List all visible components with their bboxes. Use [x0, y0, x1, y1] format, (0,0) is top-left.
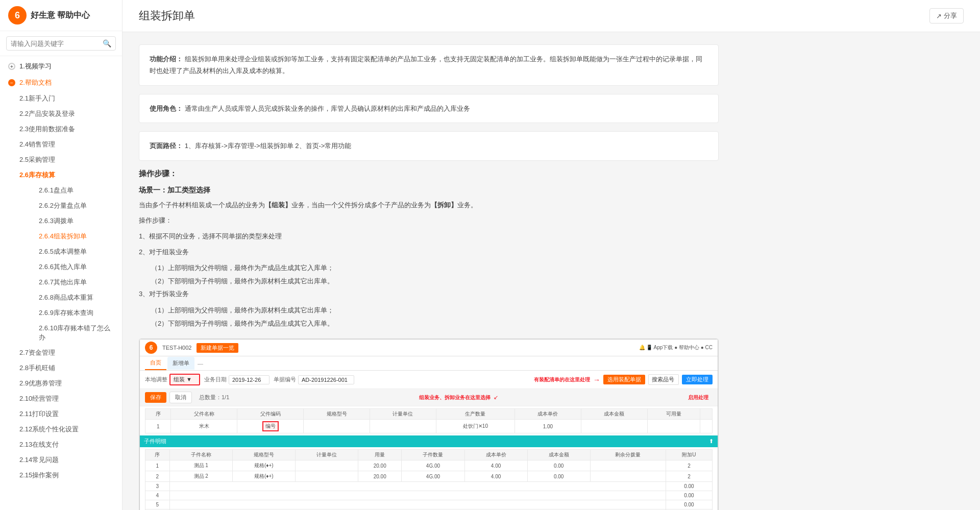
- col-l-remain: 剩余分拨量: [590, 450, 666, 460]
- table-row: 5 0.00: [145, 500, 713, 509]
- role-block: 使用角色： 通常由生产人员或库管人员完成拆装业务的操作，库管人员确认原材料的出库…: [139, 94, 719, 123]
- col-unit: 计量单位: [370, 409, 436, 420]
- app-logo: 6: [145, 342, 157, 354]
- sidebar-item-cost-calc[interactable]: 2.6.8商品成本重算: [39, 290, 122, 305]
- annotation-top-right: 有装配清单的在这里处理: [534, 376, 590, 383]
- confirm-btn[interactable]: 立即处理: [682, 375, 713, 384]
- step2-sub2: （2）下部明细为子件明细，最终作为原材料生成其它出库单。: [151, 275, 719, 288]
- l-cell-ucost: 4.00: [464, 460, 527, 471]
- type-select[interactable]: 组装 ▼: [169, 374, 200, 385]
- l-cell-spec: 规格(♦+): [232, 460, 295, 471]
- l-cell-usage2: 20.00: [358, 471, 401, 482]
- sidebar-item-ops[interactable]: 2.10经营管理: [19, 391, 122, 406]
- path-label: 页面路径：: [150, 142, 183, 150]
- table-row: 3 0.00: [145, 482, 713, 491]
- share-button[interactable]: ↗ 分享: [929, 8, 964, 23]
- scene1-desc: 当由多个子件材料组装成一个成品的业务为【组装】业务，当由一个父件拆分成多个子产品…: [139, 199, 719, 212]
- table-row: 1 米木 编号 处饮门✕10 1.00: [145, 420, 713, 433]
- arrow-right-icon: →: [593, 376, 600, 384]
- l-cell-empty5: [169, 500, 666, 509]
- sidebar-item-cases[interactable]: 2.15操作案例: [19, 468, 122, 483]
- sidebar-item-sales[interactable]: 2.4销售管理: [19, 137, 122, 152]
- sidebar-item-data-prep[interactable]: 2.3使用前数据准备: [19, 122, 122, 137]
- tab-home[interactable]: 自页: [145, 356, 166, 370]
- l-cell-empty3: [169, 482, 666, 491]
- app-new-btn[interactable]: 新建单据一览: [197, 343, 238, 353]
- sidebar-item-stock-check[interactable]: 2.6.9库存账本查询: [39, 305, 122, 321]
- form-row: 本地调整 组装 ▼ 业务日期 2019-12-26 单据编号 AD-201912…: [145, 374, 713, 385]
- sidebar-item-faq[interactable]: 2.14常见问题: [19, 452, 122, 468]
- step3: 3、对于拆装业务: [139, 288, 719, 301]
- cell-parent-code: 编号: [237, 420, 304, 433]
- docs-subnav: 2.1新手入门 2.2产品安装及登录 2.3使用前数据准备 2.4销售管理 2.…: [0, 91, 122, 483]
- sidebar-item-mobile[interactable]: 2.8手机旺铺: [19, 360, 122, 376]
- sidebar-item-online-pay[interactable]: 2.13在线支付: [19, 437, 122, 452]
- cell-avail: [647, 420, 700, 433]
- steps-intro: 操作步骤：: [139, 214, 719, 227]
- l-cell-spec2: 规格(♦+): [232, 471, 295, 482]
- sidebar-item-custom[interactable]: 2.12系统个性化设置: [19, 422, 122, 437]
- col-l-qty: 子件数量: [402, 450, 464, 460]
- sidebar-item-other-in[interactable]: 2.6.6其他入库单: [39, 259, 122, 275]
- lower-table-body: 1 测品 1 规格(♦+) 20.00 4G.00 4.00 0.00: [145, 460, 713, 511]
- sidebar-item-adjust[interactable]: 2.6.3调拨单: [39, 213, 122, 229]
- l-cell-action3: 0.00: [666, 482, 712, 491]
- sidebar-item-newcomer[interactable]: 2.1新手入门: [19, 91, 122, 106]
- tab-new[interactable]: 新增单: [167, 357, 194, 370]
- save-btn[interactable]: 保存: [145, 392, 166, 403]
- teal-divider: 子件明细 ⬆: [140, 435, 718, 447]
- l-cell-usage: 20.00: [358, 460, 401, 471]
- search-wrap[interactable]: 🔍: [6, 36, 116, 51]
- share-icon: ↗: [936, 12, 942, 20]
- app-title: TEST-H002: [162, 345, 191, 351]
- date-input[interactable]: 2019-12-26: [229, 375, 270, 384]
- sidebar-item-install[interactable]: 2.2产品安装及登录: [19, 106, 122, 122]
- sidebar-item-inventory[interactable]: 2.6库存核算: [19, 167, 122, 183]
- sidebar: 6 好生意 帮助中心 🔍 + 1.视频学习 − 2.帮助文档 2.1新手入门 2…: [0, 0, 122, 510]
- step3-subs: （1）上部明细为父件明细，最终作为原材料生成其它出库单； （2）下部明细为子件明…: [139, 304, 719, 330]
- sidebar-item-finance[interactable]: 2.7资金管理: [19, 345, 122, 360]
- cancel-btn[interactable]: 取消: [169, 392, 192, 403]
- sidebar-item-account-err[interactable]: 2.6.10库存账本错了怎么办: [39, 321, 122, 345]
- search-icon[interactable]: 🔍: [103, 39, 111, 47]
- cell-parent-name: 米木: [171, 420, 237, 433]
- app-menu-tabs: 自页 新增单 —: [140, 356, 718, 371]
- app-icons: 🔔 📱 App下载 ● 帮助中心 ● CC: [639, 344, 713, 351]
- col-l-unit: 计量单位: [295, 450, 358, 460]
- sidebar-item-purchase[interactable]: 2.5采购管理: [19, 152, 122, 167]
- upper-table-section: 序 父件名称 父件编码 规格型号 计量单位 生产数量 成本单价 成本金额 可用量: [140, 406, 718, 435]
- sidebar-item-assembly[interactable]: 2.6.4组装拆卸单: [39, 229, 122, 244]
- l-cell-name2: 测品 2: [169, 471, 232, 482]
- sidebar-item-videos[interactable]: + 1.视频学习: [0, 58, 122, 75]
- l-cell-empty4: [169, 491, 666, 500]
- cell-seq: 1: [145, 420, 171, 433]
- sidebar-item-other-out[interactable]: 2.6.7其他出库单: [39, 275, 122, 290]
- sidebar-item-docs[interactable]: − 2.帮助文档: [0, 75, 122, 91]
- intro-text: 组装拆卸单用来处理企业组装或拆卸等加工业务，支持有固定装配清单的产品加工业务，也…: [150, 55, 702, 75]
- type-label: 本地调整: [145, 376, 167, 383]
- order-no-input[interactable]: AD-20191226-001: [298, 375, 354, 384]
- table-row: 2 测品 2 规格(♦+) 20.00 4G.00 4.00 0.00: [145, 471, 713, 482]
- search-field[interactable]: 搜索品号: [648, 374, 679, 385]
- col-l-cost-amt: 成本金额: [527, 450, 590, 460]
- sidebar-item-print[interactable]: 2.11打印设置: [19, 406, 122, 422]
- teal-divider-text: 子件明细: [144, 438, 166, 445]
- col-l-unit-cost: 成本单价: [464, 450, 527, 460]
- upper-table-head: 序 父件名称 父件编码 规格型号 计量单位 生产数量 成本单价 成本金额 可用量: [145, 409, 713, 420]
- expand-icon-videos: +: [8, 63, 15, 70]
- col-parent-name: 父件名称: [171, 409, 237, 420]
- l-cell-qty: 4G.00: [402, 460, 464, 471]
- col-actions: [700, 409, 713, 420]
- toolbar-row: 保存 取消 总数量：1/1 组装业务、拆卸业务在这里选择 ↙ 启用处理: [140, 389, 718, 406]
- step1: 1、根据不同的业务，选择不同单据的类型来处理: [139, 230, 719, 243]
- sidebar-item-cost-adjust[interactable]: 2.6.5成本调整单: [39, 244, 122, 259]
- expand-icon-docs: −: [8, 79, 15, 86]
- code-input[interactable]: 编号: [262, 421, 279, 431]
- search-input[interactable]: [11, 40, 103, 47]
- sidebar-item-partial-stocktake[interactable]: 2.6.2分量盘点单: [39, 198, 122, 213]
- sidebar-item-coupon[interactable]: 2.9优惠券管理: [19, 376, 122, 391]
- step2-subs: （1）上部明细为父件明细，最终作为产成品生成其它入库单； （2）下部明细为子件明…: [139, 261, 719, 288]
- assembly-list-btn[interactable]: 选用装配单据: [603, 375, 645, 384]
- l-cell-remain2: [590, 471, 666, 482]
- sidebar-item-stocktake[interactable]: 2.6.1盘点单: [39, 183, 122, 198]
